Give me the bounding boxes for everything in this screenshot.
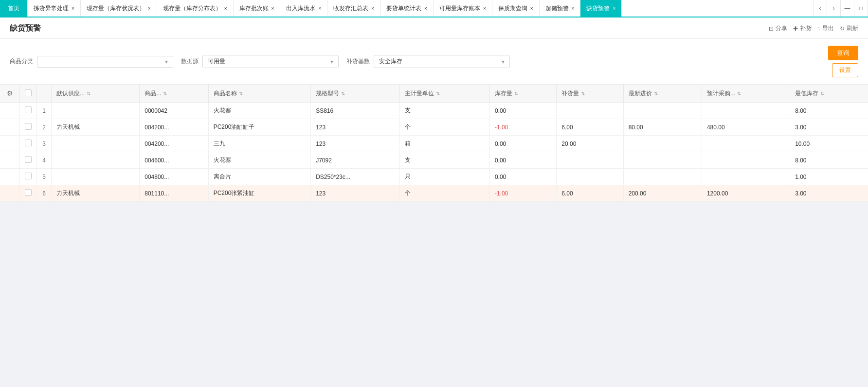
th-est-purchase-label: 预计采购...	[707, 89, 735, 98]
tab-expiry[interactable]: 保质期查询×	[492, 0, 540, 17]
share-button[interactable]: ⊡ 分享	[769, 24, 787, 33]
sort-icon-min-stock: ⇅	[820, 91, 824, 96]
tab-label: 可用量库存账本	[439, 4, 480, 13]
th-product-code-label: 商品...	[145, 89, 161, 98]
row-checkbox[interactable]	[25, 156, 32, 163]
export-button[interactable]: ↑ 导出	[817, 24, 834, 33]
data-table: ⚙ 默认供应... ⇅ 商品... ⇅	[0, 85, 868, 202]
settings-button[interactable]: 设置	[832, 63, 858, 77]
th-sort-latest-price[interactable]: 最新进价 ⇅	[629, 89, 697, 98]
export-icon: ↑	[817, 25, 820, 32]
row-min-stock: 1.00	[790, 169, 868, 185]
tab-requisition[interactable]: 要货单统计表×	[380, 0, 434, 17]
row-supplier	[52, 152, 140, 169]
row-checkbox[interactable]	[25, 189, 32, 196]
th-no	[37, 85, 52, 103]
th-sort-product-name[interactable]: 商品名称 ⇅	[214, 89, 306, 98]
tab-close-available[interactable]: ×	[483, 6, 486, 11]
replenish-dropdown-icon: ▾	[502, 58, 505, 65]
row-spec: DS250*23c...	[311, 169, 400, 185]
th-sort-stock[interactable]: 库存量 ⇅	[495, 89, 551, 98]
row-no: 2	[37, 119, 52, 136]
tab-window-max[interactable]: □	[854, 0, 868, 17]
row-settings	[0, 136, 20, 152]
th-product-name-label: 商品名称	[214, 89, 237, 98]
row-latest-price	[623, 152, 702, 169]
query-button[interactable]: 查询	[828, 46, 858, 60]
page-title: 缺货预警	[10, 23, 41, 34]
th-sort-min-stock[interactable]: 最低库存 ⇅	[795, 89, 863, 98]
row-est-purchase: 1200.00	[702, 185, 790, 202]
tab-close-overstock[interactable]: ×	[572, 6, 575, 11]
sort-icon-default-supplier: ⇅	[87, 91, 90, 96]
row-product-name: PC200油缸缸子	[208, 119, 310, 136]
tab-shortage[interactable]: 缺货预警×	[580, 0, 622, 17]
tab-close-expiry[interactable]: ×	[530, 6, 533, 11]
row-stock: 0.00	[489, 152, 556, 169]
tab-close-requisition[interactable]: ×	[424, 6, 427, 11]
tab-window-min[interactable]: —	[841, 0, 854, 17]
row-latest-price: 200.00	[623, 185, 702, 202]
tab-batch[interactable]: 库存批次账×	[234, 0, 281, 17]
row-product-name: PC200张紧油缸	[208, 185, 310, 202]
row-no: 5	[37, 169, 52, 185]
sort-icon-stock: ⇅	[514, 91, 518, 96]
row-unit: 箱	[399, 136, 489, 152]
th-sort-spec[interactable]: 规格型号 ⇅	[316, 89, 395, 98]
th-min-stock-label: 最低库存	[795, 89, 818, 98]
row-checkbox[interactable]	[25, 106, 32, 113]
tab-exception[interactable]: 拣货异常处理×	[28, 0, 81, 17]
select-all-checkbox[interactable]	[25, 89, 32, 96]
refresh-button[interactable]: ↻ 刷新	[840, 24, 858, 33]
row-stock: -1.00	[489, 119, 556, 136]
replenish-button[interactable]: ✚ 补货	[793, 24, 812, 33]
tab-collect[interactable]: 收发存汇总表×	[327, 0, 380, 17]
category-select[interactable]: ▾	[37, 56, 173, 68]
tab-bar: 首页 拣货异常处理×现存量（库存状况表）×现存量（库存分布表）×库存批次账×出入…	[0, 0, 868, 18]
tab-label: 拣货异常处理	[34, 4, 69, 13]
th-sort-est-purchase[interactable]: 预计采购... ⇅	[707, 89, 785, 98]
tab-available[interactable]: 可用量库存账本×	[434, 0, 492, 17]
th-sort-replenish-qty[interactable]: 补货量 ⇅	[561, 89, 618, 98]
row-checkbox[interactable]	[25, 140, 32, 146]
replenish-value: 安全库存	[379, 57, 402, 66]
replenish-select[interactable]: 安全库存 ▾	[374, 55, 510, 68]
tab-close-exception[interactable]: ×	[72, 6, 74, 11]
tab-label: 超储预警	[545, 4, 569, 13]
row-no: 6	[37, 185, 52, 202]
row-checkbox[interactable]	[25, 123, 32, 130]
tab-close-shortage[interactable]: ×	[613, 6, 615, 11]
row-est-purchase	[702, 169, 790, 185]
th-default-supplier: 默认供应... ⇅	[52, 85, 140, 103]
datasource-select[interactable]: 可用量 ▾	[202, 55, 339, 68]
th-sort-unit[interactable]: 主计量单位 ⇅	[405, 89, 485, 98]
tab-close-collect[interactable]: ×	[371, 6, 374, 11]
tab-inout[interactable]: 出入库流水×	[280, 0, 327, 17]
th-latest-price: 最新进价 ⇅	[623, 85, 702, 103]
tab-stock-dist[interactable]: 现存量（库存分布表）×	[157, 0, 234, 17]
th-sort-default-supplier[interactable]: 默认供应... ⇅	[56, 89, 134, 98]
share-icon: ⊡	[769, 25, 774, 32]
tab-scroll-left[interactable]: ‹	[814, 0, 827, 17]
row-min-stock: 10.00	[790, 136, 868, 152]
table-row: 4 004600... 火花塞 J7092 支 0.00 8.00	[0, 152, 868, 169]
th-sort-product-code[interactable]: 商品... ⇅	[145, 89, 203, 98]
tab-close-batch[interactable]: ×	[271, 6, 274, 11]
row-checkbox[interactable]	[25, 173, 32, 179]
row-settings	[0, 169, 20, 185]
th-latest-price-label: 最新进价	[629, 89, 652, 98]
tab-stock-status[interactable]: 现存量（库存状况表）×	[81, 0, 157, 17]
tab-close-stock-dist[interactable]: ×	[224, 6, 227, 11]
tab-home[interactable]: 首页	[0, 0, 28, 17]
tab-close-stock-status[interactable]: ×	[148, 6, 151, 11]
row-product-name: 火花塞	[208, 103, 310, 119]
row-stock: 0.00	[489, 103, 556, 119]
tab-close-inout[interactable]: ×	[318, 6, 321, 11]
row-stock: 0.00	[489, 169, 556, 185]
tab-scroll-right[interactable]: ›	[827, 0, 841, 17]
row-settings	[0, 152, 20, 169]
tab-overstock[interactable]: 超储预警×	[540, 0, 581, 17]
row-product-name: 三九	[208, 136, 310, 152]
row-min-stock: 3.00	[790, 185, 868, 202]
column-settings-icon[interactable]: ⚙	[5, 88, 15, 98]
